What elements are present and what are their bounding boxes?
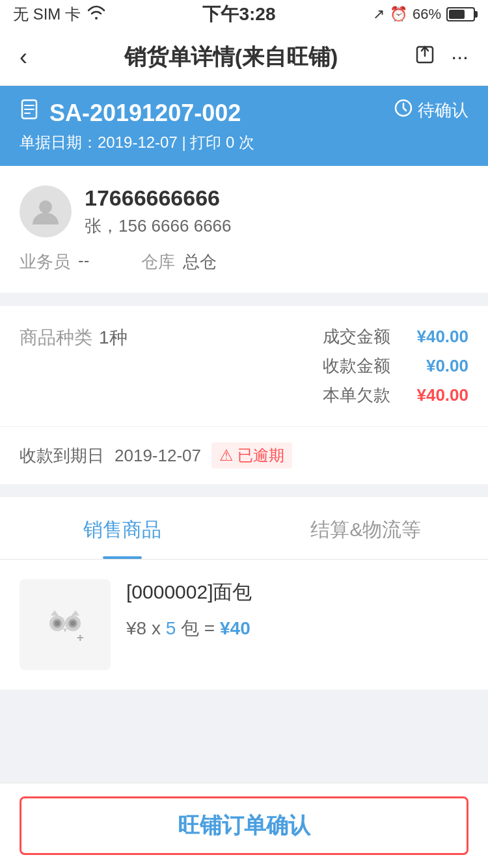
amounts: 成交金额 ¥40.00 收款金额 ¥0.00 本单欠款 ¥40.00 <box>323 325 468 407</box>
svg-text:+: + <box>77 631 84 644</box>
customer-info: 17666666666 张，156 6666 6666 <box>85 185 468 237</box>
product-type-value: 1种 <box>99 325 128 350</box>
wifi-icon <box>87 5 105 23</box>
due-date-label: 收款到期日 <box>20 444 104 467</box>
order-header-left: SA-20191207-002 单据日期：2019-12-07 | 打印 0 次 <box>20 99 254 153</box>
svg-point-3 <box>39 200 52 213</box>
product-list: + [0000002]面包 ¥8 x 5 包 = ¥40 <box>0 560 488 690</box>
back-button[interactable]: ‹ <box>20 44 59 71</box>
product-info: [0000002]面包 ¥8 x 5 包 = ¥40 <box>126 579 468 641</box>
due-amount-value: ¥40.00 <box>403 385 468 405</box>
tab-sales-label: 销售商品 <box>83 519 161 540</box>
product-image: + <box>20 579 111 670</box>
due-date-value: 2019-12-07 <box>115 446 201 466</box>
order-status: 待确认 <box>394 99 468 122</box>
status-bar: 无 SIM 卡 下午3:28 ↗ ⏰ 66% <box>0 0 488 29</box>
battery-percent: 66% <box>413 6 441 23</box>
salesperson-value: -- <box>78 251 89 273</box>
order-date: 单据日期：2019-12-07 | 打印 0 次 <box>20 132 254 153</box>
order-header: SA-20191207-002 单据日期：2019-12-07 | 打印 0 次… <box>0 86 488 166</box>
nav-actions: ··· <box>403 44 468 70</box>
page-title: 销货单详情(来自旺铺) <box>59 42 403 72</box>
battery-icon <box>446 7 475 21</box>
due-amount-row: 本单欠款 ¥40.00 <box>323 384 468 407</box>
warehouse-label: 仓库 <box>141 251 175 273</box>
product-total: ¥40 <box>220 618 251 638</box>
order-icon <box>20 99 42 127</box>
status-bar-left: 无 SIM 卡 <box>13 4 105 25</box>
more-icon[interactable]: ··· <box>451 45 468 69</box>
tab-settlement-label: 结算&物流等 <box>310 519 421 540</box>
svg-point-9 <box>70 621 75 626</box>
order-id-text: SA-20191207-002 <box>49 100 241 127</box>
tab-settlement[interactable]: 结算&物流等 <box>244 497 488 559</box>
salesperson-label: 业务员 <box>20 251 70 273</box>
clock-icon <box>394 99 413 122</box>
product-owl-logo: + <box>39 605 91 644</box>
deal-amount-label: 成交金额 <box>323 325 390 348</box>
warehouse-row: 仓库 总仓 <box>141 251 217 273</box>
due-amount-label: 本单欠款 <box>323 384 390 407</box>
product-qty: 5 <box>166 618 176 638</box>
product-price-row: ¥8 x 5 包 = ¥40 <box>126 616 468 641</box>
product-name-text: 面包 <box>213 581 252 603</box>
product-equals: = <box>204 618 220 638</box>
tabs-section: 销售商品 结算&物流等 <box>0 497 488 690</box>
product-type: 商品种类 1种 <box>20 325 128 350</box>
deal-amount-row: 成交金额 ¥40.00 <box>323 325 468 348</box>
product-name: [0000002]面包 <box>126 579 468 606</box>
customer-row: 17666666666 张，156 6666 6666 <box>20 185 468 237</box>
customer-avatar <box>20 185 72 237</box>
customer-meta: 业务员 -- 仓库 总仓 <box>20 251 468 273</box>
bottom-bar: 旺铺订单确认 <box>0 783 488 868</box>
overdue-text: 已逾期 <box>237 445 284 466</box>
overdue-badge: ⚠ 已逾期 <box>211 442 292 468</box>
salesperson-row: 业务员 -- <box>20 251 89 273</box>
nav-bar: ‹ 销货单详情(来自旺铺) ··· <box>0 29 488 86</box>
carrier-label: 无 SIM 卡 <box>13 4 81 25</box>
deal-amount-value: ¥40.00 <box>403 327 468 347</box>
warehouse-value: 总仓 <box>183 251 217 273</box>
status-bar-time: 下午3:28 <box>202 2 275 27</box>
product-price: ¥8 <box>126 618 146 638</box>
battery-fill <box>449 10 465 19</box>
status-bar-right: ↗ ⏰ 66% <box>373 6 475 23</box>
order-status-text: 待确认 <box>418 99 468 122</box>
receipt-amount-value: ¥0.00 <box>403 356 468 376</box>
tabs-header: 销售商品 结算&物流等 <box>0 497 488 560</box>
location-icon: ↗ <box>373 6 385 23</box>
receipt-amount-row: 收款金额 ¥0.00 <box>323 355 468 377</box>
order-id-row: SA-20191207-002 <box>20 99 254 127</box>
due-date-section: 收款到期日 2019-12-07 ⚠ 已逾期 <box>0 426 488 484</box>
product-item: + [0000002]面包 ¥8 x 5 包 = ¥40 <box>20 579 468 670</box>
product-multiply: x <box>152 618 166 638</box>
tab-sales-products[interactable]: 销售商品 <box>0 497 244 559</box>
overdue-icon: ⚠ <box>219 446 234 465</box>
confirm-order-button[interactable]: 旺铺订单确认 <box>20 796 468 855</box>
product-type-label: 商品种类 <box>20 325 92 350</box>
alarm-icon: ⏰ <box>390 6 407 23</box>
divider-1 <box>0 293 488 306</box>
product-unit: 包 <box>181 618 199 638</box>
customer-phone: 17666666666 <box>85 185 468 211</box>
customer-name-phone: 张，156 6666 6666 <box>85 215 468 237</box>
customer-section: 17666666666 张，156 6666 6666 业务员 -- 仓库 总仓 <box>0 166 488 293</box>
receipt-amount-label: 收款金额 <box>323 355 390 377</box>
summary-section: 商品种类 1种 成交金额 ¥40.00 收款金额 ¥0.00 本单欠款 ¥40.… <box>0 306 488 426</box>
share-icon[interactable] <box>414 44 435 70</box>
svg-point-8 <box>55 621 60 626</box>
product-code: [0000002] <box>126 581 213 603</box>
